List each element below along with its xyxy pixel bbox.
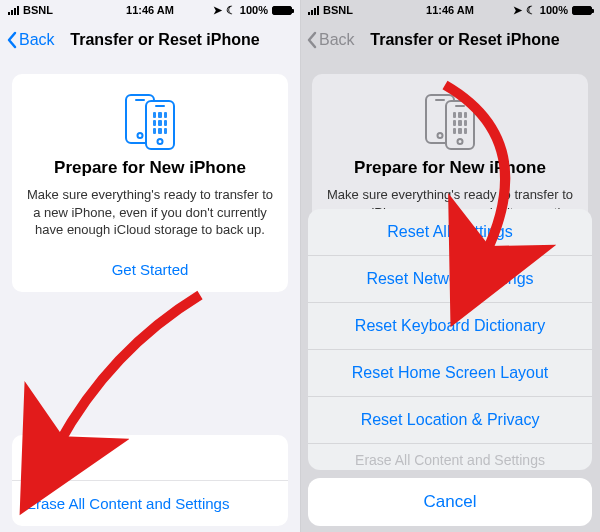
- chevron-left-icon: [6, 31, 17, 49]
- reset-home-screen-layout[interactable]: Reset Home Screen Layout: [308, 349, 592, 396]
- status-bar: BSNL 11:46 AM ➤ ☾ 100%: [300, 0, 600, 20]
- location-icon: ➤: [213, 4, 222, 17]
- erase-all-row[interactable]: Erase All Content and Settings: [12, 480, 288, 526]
- get-started-button[interactable]: Get Started: [26, 261, 274, 278]
- signal-icon: [8, 6, 19, 15]
- back-label: Back: [19, 31, 55, 49]
- battery-pct: 100%: [240, 4, 268, 16]
- reset-row[interactable]: Reset: [12, 435, 288, 480]
- erase-all-partial: Erase All Content and Settings: [308, 443, 592, 470]
- location-icon: ➤: [513, 4, 522, 17]
- signal-icon: [308, 6, 319, 15]
- prepare-card: Prepare for New iPhone Make sure everyth…: [12, 74, 288, 292]
- carrier-label: BSNL: [23, 4, 53, 16]
- reset-action-sheet: Reset All Settings Reset Network Setting…: [308, 209, 592, 526]
- two-iphones-icon: [415, 92, 485, 152]
- card-body: Make sure everything's ready to transfer…: [26, 186, 274, 239]
- two-iphones-icon: [115, 92, 185, 152]
- nav-bar: Back Transfer or Reset iPhone: [300, 20, 600, 60]
- screenshot-right: BSNL 11:46 AM ➤ ☾ 100% Back Transfer or …: [300, 0, 600, 532]
- status-bar: BSNL 11:46 AM ➤ ☾ 100%: [0, 0, 300, 20]
- reset-all-settings[interactable]: Reset All Settings: [308, 209, 592, 255]
- battery-icon: [272, 6, 292, 15]
- back-button[interactable]: Back: [6, 31, 55, 49]
- cancel-button[interactable]: Cancel: [308, 478, 592, 526]
- options-list: Reset Erase All Content and Settings: [12, 435, 288, 526]
- reset-network-settings[interactable]: Reset Network Settings: [308, 255, 592, 302]
- battery-icon: [572, 6, 592, 15]
- back-button-dimmed: Back: [306, 31, 355, 49]
- carrier-label: BSNL: [323, 4, 353, 16]
- moon-icon: ☾: [226, 4, 236, 17]
- nav-bar: Back Transfer or Reset iPhone: [0, 20, 300, 60]
- moon-icon: ☾: [526, 4, 536, 17]
- back-label: Back: [319, 31, 355, 49]
- screenshot-left: BSNL 11:46 AM ➤ ☾ 100% Back Transfer or …: [0, 0, 300, 532]
- reset-keyboard-dictionary[interactable]: Reset Keyboard Dictionary: [308, 302, 592, 349]
- chevron-left-icon: [306, 31, 317, 49]
- card-heading: Prepare for New iPhone: [326, 158, 574, 178]
- reset-location-privacy[interactable]: Reset Location & Privacy: [308, 396, 592, 443]
- card-heading: Prepare for New iPhone: [26, 158, 274, 178]
- battery-pct: 100%: [540, 4, 568, 16]
